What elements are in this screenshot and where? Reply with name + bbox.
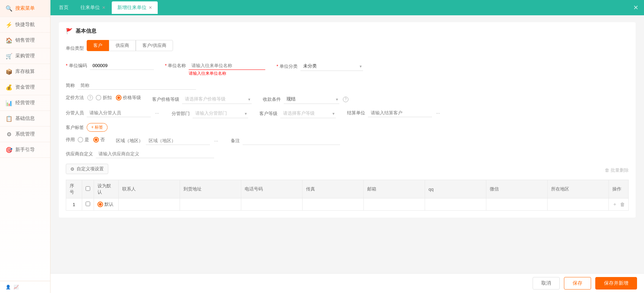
pricing-method-label: 定价方法 (66, 95, 84, 101)
customer-level-select-wrapper: 请选择客户等级 ▾ (280, 109, 336, 118)
row-address-input[interactable] (183, 202, 237, 207)
unit-type-supplier-btn[interactable]: 供应商 (109, 40, 136, 51)
col-email: 邮箱 (364, 180, 425, 198)
sidebar-item-system[interactable]: ⚙ 系统管理 (0, 127, 50, 142)
row-checkbox[interactable] (86, 202, 90, 206)
row-default-radio[interactable]: 默认 (97, 201, 115, 207)
row-contact[interactable] (119, 198, 180, 211)
unit-type-field: 单位类型 客户 供应商 客户/供应商 (66, 40, 173, 57)
disabled-yes-radio[interactable]: 是 (78, 137, 89, 143)
disabled-radio-group: 是 否 (78, 137, 105, 143)
quicknav-icon: ⚡ (6, 21, 13, 28)
manager-input[interactable] (87, 109, 151, 117)
category-select[interactable]: 未分类 (300, 62, 363, 71)
settlement-more-btn[interactable]: ··· (435, 110, 442, 116)
table-body: 1 默认 (66, 198, 629, 211)
name-input[interactable] (189, 62, 265, 70)
select-all-checkbox[interactable] (86, 186, 90, 191)
row-address[interactable] (180, 198, 241, 211)
row-fax-input[interactable] (306, 202, 360, 207)
name-label: 单位名称 (165, 63, 186, 69)
row-contact-input[interactable] (122, 202, 176, 207)
level-radio-circle (116, 95, 121, 100)
remarks-field: 备注 (231, 137, 340, 145)
row-qq[interactable] (425, 198, 486, 211)
main-content: 首页 往来单位 ✕ 新增往来单位 ✕ ✕ 🚩 基本信息 单位类型 客户 (50, 0, 644, 293)
category-label: 单位分类 (276, 63, 298, 70)
customer-level-label: 客户等级 (259, 111, 277, 117)
sidebar-item-finance[interactable]: 💰 资金管理 (0, 80, 50, 95)
customer-level-select[interactable]: 请选择客户等级 (280, 109, 336, 118)
col-qq: qq (425, 180, 486, 198)
sidebar-item-guide[interactable]: 🎯 新手引导 (0, 142, 50, 158)
row-qq-input[interactable] (429, 202, 482, 207)
row-actions-cell: ＋ 🗑 (608, 198, 628, 211)
row-add-btn[interactable]: ＋ (612, 201, 617, 207)
sidebar-item-search[interactable]: 🔍 搜索菜单 (0, 0, 50, 17)
tab-partners-close[interactable]: ✕ (102, 5, 105, 10)
row-email-input[interactable] (367, 202, 421, 207)
supplier-custom-input[interactable] (96, 150, 214, 158)
pricing-level-radio[interactable]: 价格等级 (116, 95, 141, 101)
cancel-button[interactable]: 取消 (533, 277, 560, 290)
row-actions: ＋ 🗑 (612, 201, 625, 207)
disabled-no-circle (93, 137, 99, 143)
tab-new-partner[interactable]: 新增往来单位 ✕ (112, 1, 158, 14)
tabs-close-all-button[interactable]: ✕ (630, 4, 641, 11)
region-input[interactable] (146, 137, 210, 145)
tab-partners[interactable]: 往来单位 ✕ (75, 1, 111, 14)
sidebar-item-purchase[interactable]: 🛒 采购管理 (0, 48, 50, 64)
name-error-msg: 请输入往来单位名称 (189, 71, 266, 76)
custom-settings-button[interactable]: ⚙ 自定义项设置 (66, 164, 108, 174)
row-region-input[interactable] (551, 202, 605, 207)
row-delete-btn[interactable]: 🗑 (620, 202, 625, 207)
tab-new-partner-close[interactable]: ✕ (149, 5, 152, 10)
row-region[interactable] (547, 198, 608, 211)
code-input[interactable] (90, 62, 154, 70)
row-fax[interactable] (303, 198, 364, 211)
finance-icon: 💰 (6, 84, 13, 91)
unit-type-both-btn[interactable]: 客户/供应商 (136, 40, 173, 51)
tab-home[interactable]: 首页 (53, 1, 74, 14)
pricing-help-icon[interactable]: ? (87, 95, 93, 100)
row-email[interactable] (364, 198, 425, 211)
settlement-input[interactable] (368, 109, 432, 117)
row-wechat[interactable] (486, 198, 548, 211)
unit-type-customer-btn[interactable]: 客户 (87, 40, 109, 51)
shortname-input[interactable] (78, 81, 196, 90)
sidebar-item-inventory[interactable]: 📦 库存核算 (0, 64, 50, 80)
department-select[interactable]: 请输入分管部门 (193, 109, 248, 118)
save-button[interactable]: 保存 (564, 277, 591, 290)
disabled-field: 停用 是 否 (66, 137, 105, 143)
department-field: 分管部门 请输入分管部门 ▾ (172, 109, 248, 118)
row-phone[interactable] (241, 198, 303, 211)
row-phone-input[interactable] (245, 202, 299, 207)
col-default: 设为默认 (94, 180, 118, 198)
sidebar-bottom: 👤 📈 (0, 281, 50, 293)
pricing-discount-radio[interactable]: 折扣 (96, 95, 112, 101)
payment-terms-select[interactable]: 现结 (284, 95, 339, 104)
sidebar-item-sales[interactable]: 🏠 销售管理 (0, 33, 50, 48)
row-wechat-input[interactable] (490, 202, 544, 207)
price-level-select[interactable]: 请选择客户价格等级 (182, 95, 252, 104)
price-level-field: 客户价格等级 请选择客户价格等级 ▾ (152, 95, 252, 104)
disabled-label: 停用 (66, 137, 75, 143)
discount-radio-circle (96, 95, 101, 100)
remarks-input[interactable] (243, 137, 340, 145)
settlement-field: 结算单位 ··· (347, 109, 442, 117)
category-field: 单位分类 未分类 ▾ (276, 62, 363, 71)
sidebar-item-basic[interactable]: 📋 基础信息 (0, 111, 50, 127)
manager-more-btn[interactable]: ··· (154, 110, 160, 116)
col-wechat: 微信 (486, 180, 548, 198)
sidebar-item-operations[interactable]: 📊 经营管理 (0, 95, 50, 111)
tag-field: 客户标签 + 标签 (66, 123, 108, 132)
payment-help-icon[interactable]: ? (343, 97, 348, 102)
sidebar-item-quicknav[interactable]: ⚡ 快捷导航 (0, 17, 50, 33)
add-tag-button[interactable]: + 标签 (87, 123, 108, 132)
disabled-no-radio[interactable]: 否 (93, 137, 105, 143)
region-more-btn[interactable]: ··· (213, 138, 220, 144)
payment-terms-label: 收款条件 (263, 96, 281, 103)
form-content: 🚩 基本信息 单位类型 客户 供应商 客户/供应商 单位编码 (50, 15, 644, 273)
save-new-button[interactable]: 保存并新增 (595, 277, 637, 290)
batch-delete-button[interactable]: 🗑 批量删除 (605, 165, 629, 175)
